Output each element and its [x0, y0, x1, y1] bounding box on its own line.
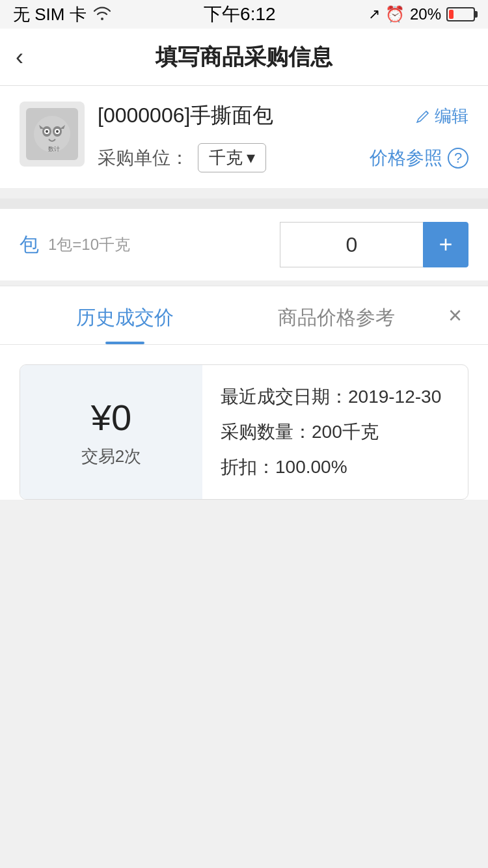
product-name: [0000006]手撕面包 [98, 102, 273, 130]
price-ref-label: 价格参照 [370, 146, 442, 170]
product-image: 数计 [20, 102, 85, 167]
edit-button[interactable]: 编辑 [416, 105, 468, 128]
product-info: [0000006]手撕面包 编辑 采购单位： 千克 ▾ [98, 102, 468, 172]
product-thumbnail: 数计 [26, 108, 78, 160]
svg-point-5 [46, 130, 48, 133]
history-details-right: 最近成交日期：2019-12-30 采购数量：200千克 折扣：100.00% [202, 365, 468, 499]
unit-value: 千克 [209, 146, 243, 169]
history-card: ¥0 交易2次 最近成交日期：2019-12-30 采购数量：200千克 折扣：… [20, 364, 468, 500]
main-content-area [0, 519, 488, 868]
carrier-text: 无 SIM 卡 [13, 3, 87, 26]
unit-bao-label: 包 [20, 232, 39, 258]
quantity-plus-button[interactable]: + [423, 222, 468, 267]
price-ref-help-icon: ? [448, 148, 468, 169]
currency-symbol: ¥ [91, 397, 111, 438]
unit-dropdown[interactable]: 千克 ▾ [198, 143, 266, 172]
discount-label: 折扣： [221, 457, 275, 477]
dropdown-arrow-icon: ▾ [247, 148, 255, 168]
status-carrier: 无 SIM 卡 [13, 3, 111, 26]
product-logo-icon: 数计 [33, 115, 72, 154]
edit-label: 编辑 [435, 105, 468, 128]
recent-date-value: 2019-12-30 [348, 387, 441, 407]
tab-history-price[interactable]: 历史成交价 [20, 286, 230, 344]
history-price-value: ¥0 [91, 396, 131, 439]
unit-conversion-label: 1包=10千克 [48, 234, 130, 255]
trade-count: 交易2次 [81, 445, 141, 468]
price-reference-button[interactable]: 价格参照 ? [370, 146, 468, 170]
battery-icon [446, 7, 475, 21]
recent-date-row: 最近成交日期：2019-12-30 [221, 385, 450, 409]
nav-bar: ‹ 填写商品采购信息 [0, 29, 488, 86]
purchase-quantity-row: 采购数量：200千克 [221, 420, 450, 444]
section-divider [0, 198, 488, 209]
discount-value: 100.00% [275, 457, 347, 477]
alarm-icon: ⏰ [385, 5, 405, 23]
recent-date-label: 最近成交日期： [221, 387, 348, 407]
quantity-control: 0 + [280, 222, 468, 267]
back-button[interactable]: ‹ [16, 44, 23, 71]
purchase-unit-row: 采购单位： 千克 ▾ 价格参照 ? [98, 143, 468, 172]
product-header: 数计 [0000006]手撕面包 编辑 采购单位： [20, 102, 468, 172]
product-name-row: [0000006]手撕面包 编辑 [98, 102, 468, 130]
status-bar: 无 SIM 卡 下午6:12 ↗ ⏰ 20% [0, 0, 488, 29]
page-title: 填写商品采购信息 [156, 42, 332, 72]
tab-price-reference[interactable]: 商品价格参考 [230, 286, 441, 344]
quantity-label: 包 1包=10千克 [20, 232, 130, 258]
quantity-row: 包 1包=10千克 0 + [0, 209, 488, 280]
discount-row: 折扣：100.00% [221, 455, 450, 480]
tabs-close-button[interactable]: × [442, 295, 468, 336]
product-id: [0000006] [98, 103, 190, 127]
status-right: ↗ ⏰ 20% [368, 5, 475, 23]
wifi-icon [93, 5, 111, 25]
purchase-unit-label: 采购单位： [98, 146, 189, 170]
product-card: 数计 [0000006]手撕面包 编辑 采购单位： [0, 86, 488, 188]
price-number: 0 [111, 397, 131, 438]
location-icon: ↗ [368, 6, 380, 23]
unit-selector-group: 采购单位： 千克 ▾ [98, 143, 266, 172]
product-title: 手撕面包 [190, 103, 273, 127]
edit-icon [416, 109, 431, 123]
svg-text:数计: 数计 [48, 146, 60, 152]
battery-percent: 20% [410, 5, 441, 23]
tab-history-label: 历史成交价 [76, 306, 174, 328]
status-time: 下午6:12 [204, 2, 276, 27]
quantity-input[interactable]: 0 [280, 222, 423, 267]
svg-point-6 [56, 130, 59, 133]
purchase-quantity-label: 采购数量： [221, 422, 312, 442]
tabs-header: 历史成交价 商品价格参考 × [0, 286, 488, 345]
history-price-left: ¥0 交易2次 [20, 365, 202, 499]
purchase-quantity-value: 200千克 [312, 422, 379, 442]
tabs-panel: 历史成交价 商品价格参考 × ¥0 交易2次 最近成交日期：2019-12-30… [0, 286, 488, 500]
tab-reference-label: 商品价格参考 [278, 306, 395, 328]
